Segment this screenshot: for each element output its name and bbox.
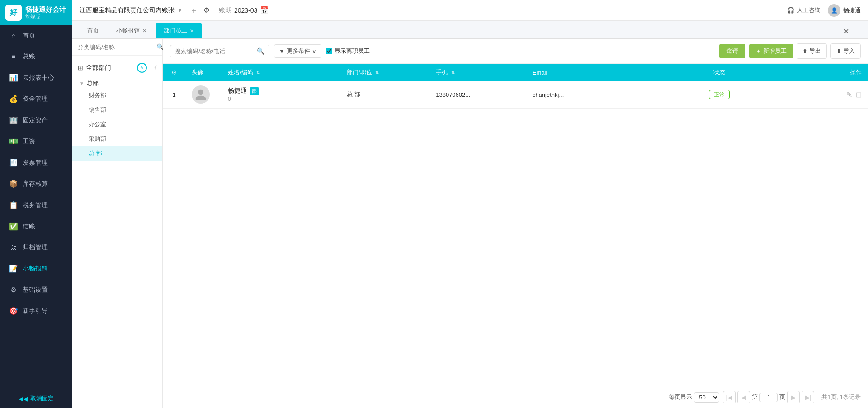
sidebar-item-archive[interactable]: 🗂 归档管理 <box>0 237 72 258</box>
guide-icon: 🎯 <box>9 307 18 315</box>
per-page-dropdown[interactable]: 50 10 20 100 <box>694 392 719 403</box>
sidebar-item-label: 基础设置 <box>23 286 48 294</box>
sidebar-item-expense[interactable]: 📝 小畅报销 <box>0 258 72 279</box>
topbar-right: 🎧 人工咨询 👤 畅捷通 <box>787 4 861 17</box>
all-dept-header[interactable]: ⊞ 全部部门 ✎ 《 <box>72 59 162 76</box>
invite-button[interactable]: 邀请 <box>719 44 745 58</box>
status-badge: 正常 <box>709 90 730 99</box>
dept-item-finance[interactable]: 财务部 <box>72 88 162 103</box>
employee-search-icon[interactable]: 🔍 <box>257 47 264 55</box>
logo-text-group: 畅捷通好会计 旗舰版 <box>25 5 66 20</box>
sidebar-item-label: 库存核算 <box>23 180 48 188</box>
page-navigation: |◀ ◀ 第 页 ▶ ▶| <box>723 391 814 403</box>
employee-search-box[interactable]: 🔍 <box>170 45 269 57</box>
settings-icon: ⚙ <box>9 285 18 294</box>
dept-expand-arrow: ▼ <box>80 81 84 86</box>
sidebar-item-inventory[interactable]: 📦 库存核算 <box>0 173 72 195</box>
show-resigned-checkbox[interactable]: 显示离职员工 <box>326 47 370 55</box>
sidebar-item-label: 云报表中心 <box>23 74 54 82</box>
sidebar-item-label: 首页 <box>23 32 35 40</box>
action-buttons: ✎ ⊡ <box>785 90 862 99</box>
prev-page-button[interactable]: ◀ <box>737 391 750 403</box>
th-dept[interactable]: 部门/职位 ⇅ <box>340 64 429 81</box>
logout-button[interactable]: ⊡ <box>856 90 862 99</box>
first-page-button[interactable]: |◀ <box>723 391 736 403</box>
app-logo[interactable]: 好 畅捷通好会计 旗舰版 <box>0 0 72 25</box>
user-name: 畅捷通 <box>843 6 861 14</box>
dept-item-office[interactable]: 办公室 <box>72 117 162 132</box>
sidebar-item-label: 新手引导 <box>23 307 48 315</box>
sidebar-item-tax[interactable]: 📋 税务管理 <box>0 195 72 216</box>
tab-department[interactable]: 部门员工 ✕ <box>156 23 202 38</box>
page-number-input[interactable] <box>760 393 778 402</box>
last-page-button[interactable]: ▶| <box>802 391 814 403</box>
service-button[interactable]: 🎧 人工咨询 <box>787 6 821 14</box>
tab-home[interactable]: 首页 <box>80 23 107 38</box>
add-employee-button[interactable]: ＋ 新增员工 <box>749 44 793 58</box>
sidebar-item-invoice[interactable]: 🧾 发票管理 <box>0 152 72 173</box>
th-settings[interactable]: ⚙ <box>163 64 185 81</box>
app-name: 畅捷通好会计 <box>25 5 66 14</box>
sort-name-icon: ⇅ <box>256 70 260 75</box>
sidebar-item-ledger[interactable]: ≡ 总账 <box>0 46 72 67</box>
row-name-cell: 畅捷通 部 0 <box>222 81 340 109</box>
dept-item-procurement[interactable]: 采购部 <box>72 132 162 146</box>
tabbar: 首页 小畅报销 ✕ 部门员工 ✕ ✕ ⛶ <box>72 21 868 39</box>
edit-button[interactable]: ✎ <box>846 90 852 99</box>
avatar: 👤 <box>828 4 840 17</box>
employee-toolbar: 🔍 ▼ 更多条件 ∨ 显示离职员工 邀请 ＋ 新增员工 <box>163 39 868 64</box>
employee-avatar <box>192 85 210 104</box>
tab-department-close[interactable]: ✕ <box>190 28 194 34</box>
logo-icon: 好 <box>5 5 22 21</box>
sidebar-item-assets[interactable]: 🏢 固定资产 <box>0 109 72 131</box>
add-company-button[interactable]: ＋ <box>190 5 198 16</box>
topbar-settings-icon[interactable]: ⚙ <box>203 6 210 14</box>
salary-icon: 💵 <box>9 137 18 146</box>
export-button[interactable]: ⬆ 导出 <box>797 43 827 59</box>
user-menu[interactable]: 👤 畅捷通 <box>828 4 861 17</box>
sidebar-item-guide[interactable]: 🎯 新手引导 <box>0 300 72 322</box>
more-conditions-button[interactable]: ▼ 更多条件 ∨ <box>274 44 321 58</box>
sidebar-item-label: 总账 <box>23 52 35 61</box>
tab-department-label: 部门员工 <box>164 27 187 35</box>
right-panel: 🔍 ▼ 更多条件 ∨ 显示离职员工 邀请 ＋ 新增员工 <box>163 39 868 408</box>
tab-expense[interactable]: 小畅报销 ✕ <box>108 23 154 38</box>
calendar-icon[interactable]: 📅 <box>260 6 269 14</box>
employee-search-input[interactable] <box>175 48 254 55</box>
sidebar: 好 畅捷通好会计 旗舰版 ⌂ 首页 ≡ 总账 📊 云报表中心 💰 资金管理 🏢 … <box>0 0 72 408</box>
sidebar-item-capital[interactable]: 💰 资金管理 <box>0 88 72 109</box>
next-page-button[interactable]: ▶ <box>787 391 800 403</box>
collapse-dept-icon[interactable]: 《 <box>151 64 157 72</box>
more-conditions-label: 更多条件 <box>287 47 310 55</box>
resigned-checkbox-input[interactable] <box>326 48 332 54</box>
sidebar-item-label: 小畅报销 <box>23 265 48 273</box>
tab-expand-button[interactable]: ⛶ <box>854 27 863 37</box>
sidebar-item-closing[interactable]: ✅ 结账 <box>0 216 72 237</box>
dept-search-bar: 🔍 <box>72 39 162 56</box>
headset-icon: 🎧 <box>787 7 794 14</box>
sidebar-nav: ⌂ 首页 ≡ 总账 📊 云报表中心 💰 资金管理 🏢 固定资产 💵 工资 🧾 发… <box>0 25 72 389</box>
pin-icon: ◀◀ <box>19 395 28 402</box>
cancel-pin-button[interactable]: ◀◀ 取消固定 <box>0 389 72 408</box>
sidebar-item-reports[interactable]: 📊 云报表中心 <box>0 67 72 88</box>
dept-item-general[interactable]: 总 部 <box>72 146 162 161</box>
content-area: 🔍 ⊞ 全部部门 ✎ 《 ▼ 总部 财务部 销售部 <box>72 39 868 408</box>
dept-search-input[interactable] <box>78 44 154 51</box>
tab-expense-close[interactable]: ✕ <box>142 28 146 34</box>
th-phone[interactable]: 手机 ⇅ <box>429 64 526 81</box>
import-button[interactable]: ⬇ 导入 <box>830 43 861 59</box>
sidebar-item-salary[interactable]: 💵 工资 <box>0 131 72 152</box>
assets-icon: 🏢 <box>9 116 18 124</box>
company-selector[interactable]: 江西服宝精品有限责任公司内账张 ▼ <box>80 6 183 14</box>
period-value: 2023-03 <box>234 7 257 14</box>
total-records: 共1页, 1条记录 <box>821 393 861 401</box>
edit-dept-button[interactable]: ✎ <box>137 63 147 73</box>
dept-item-sales[interactable]: 销售部 <box>72 103 162 117</box>
page-size-select[interactable]: 每页显示 50 10 20 100 <box>669 392 719 403</box>
tab-close-all-button[interactable]: ✕ <box>842 26 850 37</box>
dept-group-general[interactable]: ▼ 总部 <box>72 76 162 88</box>
sidebar-item-home[interactable]: ⌂ 首页 <box>0 25 72 46</box>
th-name[interactable]: 姓名/编码 ⇅ <box>222 64 340 81</box>
sidebar-item-settings[interactable]: ⚙ 基础设置 <box>0 279 72 300</box>
export-icon: ⬆ <box>802 48 807 55</box>
